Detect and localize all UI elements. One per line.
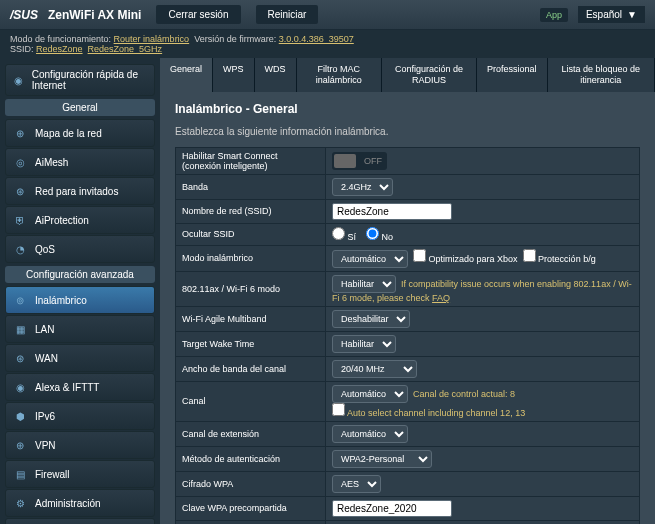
gauge-icon: ◔ xyxy=(11,240,29,258)
sidebar-section-general: General xyxy=(5,99,155,116)
hide-ssid-no[interactable] xyxy=(366,227,379,240)
admin-icon: ⚙ xyxy=(11,494,29,512)
sidebar-item-network-map[interactable]: ⊕Mapa de la red xyxy=(5,119,155,147)
sub-tabs: General WPS WDS Filtro MAC inalámbrico C… xyxy=(160,58,655,92)
xbox-checkbox[interactable] xyxy=(413,249,426,262)
ssid-link-1[interactable]: RedesZone xyxy=(36,44,83,54)
sidebar-item-guest[interactable]: ⊛Red para invitados xyxy=(5,177,155,205)
firewall-icon: ▤ xyxy=(11,465,29,483)
auth-select[interactable]: WPA2-Personal xyxy=(332,450,432,468)
ext-channel-select[interactable]: Automático xyxy=(332,425,408,443)
sidebar-item-aiprotection[interactable]: ⛨AiProtection xyxy=(5,206,155,234)
tab-wps[interactable]: WPS xyxy=(213,58,255,92)
app-badge[interactable]: App xyxy=(540,8,568,22)
twt-select[interactable]: Habilitar xyxy=(332,335,396,353)
sidebar-item-wireless[interactable]: ⊚Inalámbrico xyxy=(5,286,155,314)
info-bar: Modo de funcionamiento: Router inalámbri… xyxy=(0,30,655,58)
chevron-down-icon: ▼ xyxy=(627,9,637,20)
mode-link[interactable]: Router inalámbrico xyxy=(114,34,190,44)
product-name: ZenWiFi AX Mini xyxy=(48,8,141,22)
wireless-mode-select[interactable]: Automático xyxy=(332,250,408,268)
agile-select[interactable]: Deshabilitar xyxy=(332,310,410,328)
firmware-link[interactable]: 3.0.0.4.386_39507 xyxy=(279,34,354,44)
sidebar-item-alexa[interactable]: ◉Alexa & IFTTT xyxy=(5,373,155,401)
vpn-icon: ⊕ xyxy=(11,436,29,454)
faq-link[interactable]: FAQ xyxy=(432,293,450,303)
tab-radius[interactable]: Configuración de RADIUS xyxy=(382,58,477,92)
hide-ssid-yes[interactable] xyxy=(332,227,345,240)
language-dropdown[interactable]: Español ▼ xyxy=(578,6,645,23)
lan-icon: ▦ xyxy=(11,320,29,338)
page-title: Inalámbrico - General xyxy=(175,102,640,116)
wpa-enc-select[interactable]: AES xyxy=(332,475,381,493)
ipv6-icon: ⬢ xyxy=(11,407,29,425)
band-select[interactable]: 2.4GHz xyxy=(332,178,393,196)
tab-wds[interactable]: WDS xyxy=(255,58,297,92)
globe-icon: ◉ xyxy=(11,71,26,89)
top-header: /SUS ZenWiFi AX Mini Cerrar sesión Reini… xyxy=(0,0,655,30)
sidebar-item-log[interactable]: ▤Registro del sistema xyxy=(5,518,155,524)
wifi-icon: ⊚ xyxy=(11,291,29,309)
page-subtitle: Establezca la siguiente información inal… xyxy=(175,126,640,137)
sidebar-item-lan[interactable]: ▦LAN xyxy=(5,315,155,343)
sidebar-item-qos[interactable]: ◔QoS xyxy=(5,235,155,263)
tab-mac-filter[interactable]: Filtro MAC inalámbrico xyxy=(297,58,382,92)
auto-channel-checkbox[interactable] xyxy=(332,403,345,416)
sidebar-item-aimesh[interactable]: ◎AiMesh xyxy=(5,148,155,176)
tab-general[interactable]: General xyxy=(160,58,213,92)
ssid-link-2[interactable]: RedesZone_5GHz xyxy=(88,44,163,54)
settings-table: Habilitar Smart Connect (conexión inteli… xyxy=(175,147,640,524)
logout-button[interactable]: Cerrar sesión xyxy=(156,5,240,24)
wan-icon: ⊛ xyxy=(11,349,29,367)
map-icon: ⊕ xyxy=(11,124,29,142)
sidebar-quick-config[interactable]: ◉ Configuración rápida de Internet xyxy=(5,64,155,96)
bandwidth-select[interactable]: 20/40 MHz xyxy=(332,360,417,378)
tab-roaming-block[interactable]: Lista de bloqueo de itinerancia xyxy=(548,58,655,92)
guest-icon: ⊛ xyxy=(11,182,29,200)
sidebar-item-ipv6[interactable]: ⬢IPv6 xyxy=(5,402,155,430)
sidebar-section-advanced: Configuración avanzada xyxy=(5,266,155,283)
mesh-icon: ◎ xyxy=(11,153,29,171)
sidebar: ◉ Configuración rápida de Internet Gener… xyxy=(0,58,160,524)
sidebar-item-vpn[interactable]: ⊕VPN xyxy=(5,431,155,459)
tab-professional[interactable]: Professional xyxy=(477,58,548,92)
ssid-input[interactable] xyxy=(332,203,452,220)
shield-icon: ⛨ xyxy=(11,211,29,229)
wifi6-select[interactable]: Habilitar xyxy=(332,275,396,293)
wpa-key-input[interactable] xyxy=(332,500,452,517)
sidebar-item-firewall[interactable]: ▤Firewall xyxy=(5,460,155,488)
channel-select[interactable]: Automático xyxy=(332,385,408,403)
bg-protection-checkbox[interactable] xyxy=(523,249,536,262)
sidebar-item-wan[interactable]: ⊛WAN xyxy=(5,344,155,372)
brand-logo: /SUS xyxy=(10,8,38,22)
reboot-button[interactable]: Reiniciar xyxy=(256,5,319,24)
smart-connect-toggle[interactable]: OFF xyxy=(332,152,387,170)
alexa-icon: ◉ xyxy=(11,378,29,396)
sidebar-item-admin[interactable]: ⚙Administración xyxy=(5,489,155,517)
main-content: General WPS WDS Filtro MAC inalámbrico C… xyxy=(160,58,655,524)
